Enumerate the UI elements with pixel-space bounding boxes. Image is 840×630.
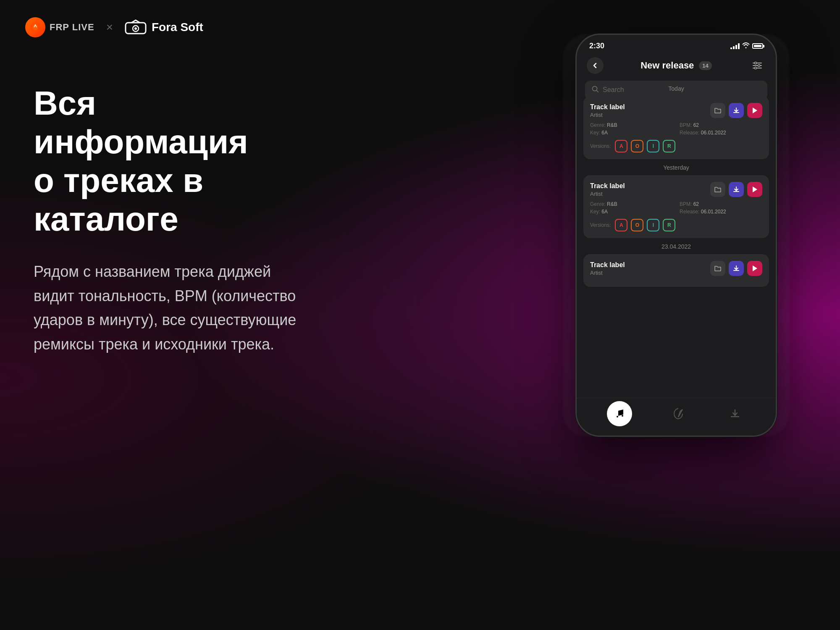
key-2: Key: 6A bbox=[590, 209, 673, 215]
track-top-3: Track label Artist bbox=[590, 261, 762, 276]
track-top-1: Track label Artist bbox=[590, 103, 762, 118]
section-date: 23.04.2022 bbox=[577, 243, 776, 250]
track-name-1: Track label bbox=[590, 103, 710, 111]
release-2: Release: 06.01.2022 bbox=[680, 209, 762, 215]
version-badges-1: A O I R bbox=[615, 140, 675, 152]
download-button-1[interactable] bbox=[729, 103, 744, 118]
back-button[interactable] bbox=[587, 57, 604, 74]
app-title: New release bbox=[640, 60, 694, 71]
svg-point-9 bbox=[754, 67, 756, 69]
status-time: 2:30 bbox=[589, 42, 604, 50]
play-button-1[interactable] bbox=[747, 103, 762, 118]
svg-marker-13 bbox=[753, 186, 757, 192]
version-o-1[interactable]: O bbox=[631, 140, 643, 152]
key-1: Key: 6A bbox=[590, 130, 673, 136]
versions-label-1: Versions: bbox=[590, 143, 611, 149]
version-o-2[interactable]: O bbox=[631, 219, 643, 231]
release-badge: 14 bbox=[699, 61, 711, 70]
track-actions-2 bbox=[710, 182, 762, 197]
play-button-2[interactable] bbox=[747, 182, 762, 197]
version-r-1[interactable]: R bbox=[663, 140, 675, 152]
fora-logo: Fora Soft bbox=[125, 19, 203, 35]
svg-point-3 bbox=[134, 27, 137, 30]
sub-text: Рядом с названием трека диджей видит тон… bbox=[34, 260, 307, 356]
left-content: Вся информация о треках в каталоге Рядом… bbox=[34, 84, 307, 356]
version-badges-2: A O I R bbox=[615, 219, 675, 231]
svg-point-7 bbox=[754, 62, 756, 64]
fora-icon bbox=[125, 19, 147, 35]
track-name-3: Track label bbox=[590, 261, 710, 269]
header-separator: × bbox=[106, 21, 113, 34]
nav-download-button[interactable] bbox=[724, 403, 746, 424]
app-header: New release 14 bbox=[577, 54, 776, 81]
release-1: Release: 06.01.2022 bbox=[680, 130, 762, 136]
track-top-2: Track label Artist bbox=[590, 182, 762, 197]
signal-bars-icon bbox=[730, 43, 740, 49]
bpm-1: BPM: 62 bbox=[680, 122, 762, 128]
folder-button-1[interactable] bbox=[710, 103, 725, 118]
filter-button[interactable] bbox=[749, 57, 766, 74]
version-a-1[interactable]: A bbox=[615, 140, 627, 152]
versions-label-2: Versions: bbox=[590, 222, 611, 228]
nav-leaf-button[interactable] bbox=[668, 403, 689, 424]
version-i-2[interactable]: I bbox=[647, 219, 659, 231]
genre-1: Genre: R&B bbox=[590, 122, 673, 128]
track-actions-3 bbox=[710, 261, 762, 276]
track-meta-1: Genre: R&B BPM: 62 Key: 6A Release: 06.0… bbox=[590, 122, 762, 136]
phone-outer: 2:30 bbox=[575, 34, 777, 437]
folder-button-2[interactable] bbox=[710, 182, 725, 197]
bpm-2: BPM: 62 bbox=[680, 201, 762, 207]
frp-icon bbox=[25, 17, 45, 37]
track-card-3[interactable]: Track label Artist bbox=[583, 254, 769, 287]
versions-row-1: Versions: A O I R bbox=[590, 140, 762, 152]
genre-2: Genre: R&B bbox=[590, 201, 673, 207]
download-button-3[interactable] bbox=[729, 261, 744, 276]
status-icons bbox=[730, 42, 763, 50]
status-bar: 2:30 bbox=[577, 35, 776, 54]
track-artist-2: Artist bbox=[590, 191, 710, 197]
folder-button-3[interactable] bbox=[710, 261, 725, 276]
track-meta-2: Genre: R&B BPM: 62 Key: 6A Release: 06.0… bbox=[590, 201, 762, 215]
version-i-1[interactable]: I bbox=[647, 140, 659, 152]
track-info-1: Track label Artist bbox=[590, 103, 710, 118]
version-a-2[interactable]: A bbox=[615, 219, 627, 231]
play-button-3[interactable] bbox=[747, 261, 762, 276]
svg-marker-12 bbox=[753, 108, 757, 113]
download-button-2[interactable] bbox=[729, 182, 744, 197]
version-r-2[interactable]: R bbox=[663, 219, 675, 231]
phone-screen: 2:30 bbox=[577, 35, 776, 436]
track-name-2: Track label bbox=[590, 182, 710, 190]
fora-label: Fora Soft bbox=[152, 21, 203, 34]
track-card-2[interactable]: Track label Artist bbox=[583, 175, 769, 238]
track-artist-1: Artist bbox=[590, 112, 710, 118]
frp-logo: FRP LIVE bbox=[25, 17, 94, 37]
track-artist-3: Artist bbox=[590, 270, 710, 276]
main-heading: Вся информация о треках в каталоге bbox=[34, 84, 307, 239]
app-title-area: New release 14 bbox=[640, 60, 712, 71]
track-card-1[interactable]: Track label Artist bbox=[583, 96, 769, 159]
svg-marker-14 bbox=[753, 265, 757, 271]
battery-icon bbox=[752, 43, 763, 49]
nav-music-button[interactable] bbox=[607, 401, 632, 426]
track-info-3: Track label Artist bbox=[590, 261, 710, 276]
track-actions-1 bbox=[710, 103, 762, 118]
wifi-icon bbox=[742, 42, 750, 50]
track-info-2: Track label Artist bbox=[590, 182, 710, 197]
bottom-nav bbox=[577, 398, 776, 436]
svg-point-8 bbox=[758, 65, 760, 67]
phone-content: Today Track label Artist bbox=[577, 82, 776, 398]
section-today: Today bbox=[577, 85, 776, 92]
versions-row-2: Versions: A O I R bbox=[590, 219, 762, 231]
frp-label: FRP LIVE bbox=[50, 22, 94, 33]
phone-mockup: 2:30 bbox=[575, 34, 777, 445]
section-yesterday: Yesterday bbox=[577, 164, 776, 171]
